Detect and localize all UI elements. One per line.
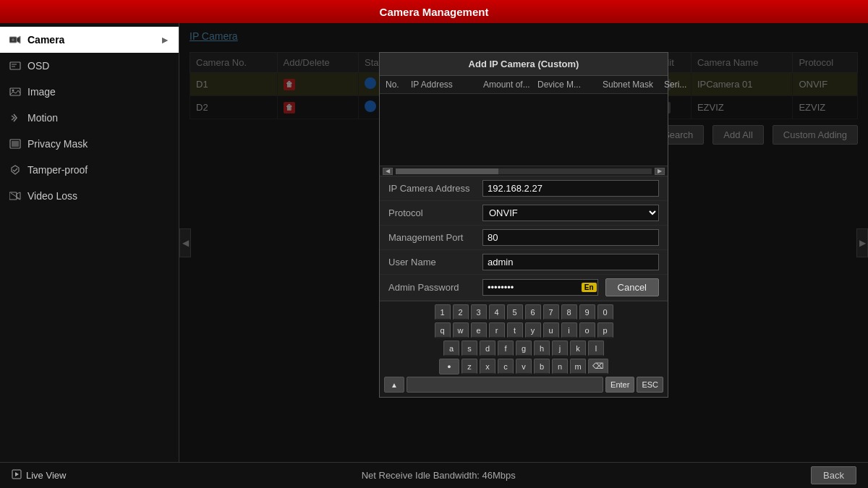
sidebar-item-camera[interactable]: Camera ► xyxy=(0,27,179,53)
sidebar-item-tamper-proof[interactable]: Tamper-proof xyxy=(0,157,179,183)
scroll-right-arrow[interactable]: ▶ xyxy=(655,168,665,175)
add-camera-dialog: Add IP Camera (Custom) No. IP Address Am… xyxy=(379,52,668,398)
key-4[interactable]: 4 xyxy=(489,304,505,320)
keyboard: 1 2 3 4 5 6 7 8 9 0 q xyxy=(380,301,668,397)
key-p[interactable]: p xyxy=(597,322,613,338)
image-icon xyxy=(9,85,22,98)
key-sym-bottom[interactable]: ▲ xyxy=(384,377,404,393)
svg-rect-9 xyxy=(12,141,19,147)
key-a[interactable]: a xyxy=(443,341,459,356)
key-g[interactable]: g xyxy=(516,341,532,356)
ip-address-input[interactable] xyxy=(482,180,659,197)
camera-icon xyxy=(9,33,22,46)
key-f[interactable]: f xyxy=(498,341,514,356)
key-y[interactable]: y xyxy=(525,322,541,338)
content-area: IP Camera Camera No. Add/Delete Status s… xyxy=(179,23,868,462)
modal-overlay: Add IP Camera (Custom) No. IP Address Am… xyxy=(179,23,868,462)
key-s[interactable]: s xyxy=(461,341,477,356)
sidebar-item-image[interactable]: Image xyxy=(0,79,179,105)
key-u[interactable]: u xyxy=(543,322,559,338)
cancel-button[interactable]: Cancel xyxy=(605,278,659,296)
key-n[interactable]: n xyxy=(552,359,568,374)
dialog-body: No. IP Address Amount of... Device M... … xyxy=(380,76,668,397)
svg-marker-14 xyxy=(15,472,19,476)
form-row-ip: IP Camera Address xyxy=(380,176,668,201)
dialog-col-subnet: Subnet Mask xyxy=(603,80,664,90)
protocol-label: Protocol xyxy=(388,207,482,218)
key-c[interactable]: c xyxy=(498,359,514,374)
key-5[interactable]: 5 xyxy=(507,304,523,320)
key-t[interactable]: t xyxy=(507,322,523,338)
sidebar-motion-label: Motion xyxy=(27,112,58,124)
key-0[interactable]: 0 xyxy=(597,304,613,320)
key-l[interactable]: l xyxy=(588,341,604,356)
privacy-icon xyxy=(9,137,22,150)
password-input-wrap: En xyxy=(482,279,598,296)
svg-line-12 xyxy=(11,193,20,199)
dialog-col-amount: Amount of... xyxy=(483,80,537,90)
key-q[interactable]: q xyxy=(435,322,451,338)
protocol-select[interactable]: ONVIF EZVIZ RTSP xyxy=(482,205,659,221)
key-o[interactable]: o xyxy=(579,322,595,338)
key-8[interactable]: 8 xyxy=(561,304,577,320)
key-b[interactable]: b xyxy=(534,359,550,374)
form-row-protocol: Protocol ONVIF EZVIZ RTSP xyxy=(380,201,668,226)
form-row-password: Admin Password En Cancel xyxy=(380,275,668,301)
sidebar-osd-label: OSD xyxy=(27,60,49,72)
key-z[interactable]: z xyxy=(461,359,477,374)
key-m[interactable]: m xyxy=(570,359,586,374)
key-k[interactable]: k xyxy=(570,341,586,356)
key-7[interactable]: 7 xyxy=(543,304,559,320)
keyboard-row-qwerty: q w e r t y u i o p xyxy=(384,322,663,338)
key-h[interactable]: h xyxy=(534,341,550,356)
scroll-thumb xyxy=(396,168,498,174)
key-e[interactable]: e xyxy=(471,322,487,338)
back-button[interactable]: Back xyxy=(811,466,856,484)
key-1[interactable]: 1 xyxy=(435,304,451,320)
key-2[interactable]: 2 xyxy=(453,304,469,320)
scroll-track[interactable] xyxy=(396,168,652,174)
key-i[interactable]: i xyxy=(561,322,577,338)
sidebar-privacy-label: Privacy Mask xyxy=(27,138,88,150)
dialog-title: Add IP Camera (Custom) xyxy=(380,53,668,76)
key-d[interactable]: d xyxy=(480,341,495,356)
sidebar-item-privacy-mask[interactable]: Privacy Mask xyxy=(0,131,179,157)
video-loss-icon xyxy=(9,189,22,202)
key-6[interactable]: 6 xyxy=(525,304,541,320)
sidebar-camera-label: Camera xyxy=(27,34,64,46)
key-w[interactable]: w xyxy=(453,322,469,338)
key-enter[interactable]: Enter xyxy=(605,377,634,393)
key-j[interactable]: j xyxy=(552,341,568,356)
username-input[interactable] xyxy=(482,254,659,270)
sidebar-item-video-loss[interactable]: Video Loss xyxy=(0,183,179,209)
port-label: Management Port xyxy=(388,232,482,243)
en-badge[interactable]: En xyxy=(582,283,597,292)
sidebar-item-osd[interactable]: OSD xyxy=(0,53,179,79)
form-row-username: User Name xyxy=(380,250,668,275)
key-x[interactable]: x xyxy=(480,359,495,374)
key-space[interactable] xyxy=(407,377,603,393)
key-v[interactable]: v xyxy=(516,359,532,374)
status-bar: Live View Net Receive Idle Bandwidth: 46… xyxy=(0,462,868,488)
key-backspace[interactable]: ⌫ xyxy=(588,359,608,374)
osd-icon xyxy=(9,59,22,72)
dialog-scrollbar: ◀ ▶ xyxy=(380,166,668,176)
key-3[interactable]: 3 xyxy=(471,304,487,320)
keyboard-row-numbers: 1 2 3 4 5 6 7 8 9 0 xyxy=(384,304,663,320)
password-input[interactable] xyxy=(482,279,598,296)
port-input[interactable] xyxy=(482,229,659,246)
keyboard-row-asdf: a s d f g h j k l xyxy=(384,341,663,356)
key-esc[interactable]: ESC xyxy=(637,377,663,393)
live-view-button[interactable]: Live View xyxy=(12,469,66,481)
key-sym-left[interactable]: ● xyxy=(439,359,459,374)
camera-arrow-icon: ► xyxy=(160,34,170,46)
form-row-port: Management Port xyxy=(380,226,668,250)
key-9[interactable]: 9 xyxy=(579,304,595,320)
sidebar: Camera ► OSD Image xyxy=(0,23,179,462)
key-r[interactable]: r xyxy=(489,322,505,338)
dialog-table-body xyxy=(380,94,668,166)
sidebar-item-motion[interactable]: Motion xyxy=(0,105,179,131)
dialog-col-device: Device M... xyxy=(537,80,603,90)
dialog-col-ip: IP Address xyxy=(411,80,483,90)
scroll-left-arrow[interactable]: ◀ xyxy=(383,168,393,175)
